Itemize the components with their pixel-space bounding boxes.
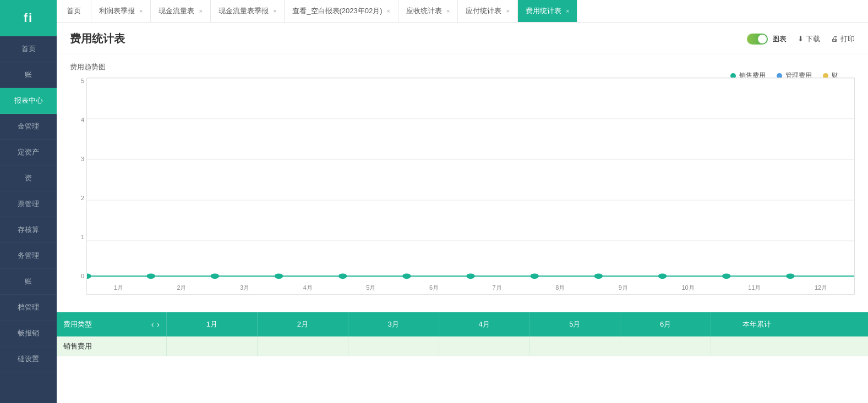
page-actions: 图表 ⬇ 下载 🖨 打印	[747, 34, 855, 45]
th-type: 费用类型 ‹ ›	[57, 312, 167, 336]
svg-point-6	[87, 273, 91, 279]
tab-bar: 首页 利润表季报 × 现金流量表 × 现金流量表季报 × 查看_空白报表(202…	[57, 0, 868, 23]
svg-point-9	[275, 273, 283, 279]
sidebar-item-invoice[interactable]: 票管理	[0, 191, 57, 217]
th-month-3: 3月	[348, 312, 439, 336]
tab-close-blank-report[interactable]: ×	[387, 8, 390, 14]
x-axis: 1月 2月 3月 4月 5月 6月 7月 8月 9月 10月 11月 12月	[87, 281, 854, 294]
tab-home[interactable]: 首页	[57, 0, 91, 22]
print-icon: 🖨	[831, 35, 838, 43]
sidebar-item-settings[interactable]: 础设置	[0, 346, 57, 372]
sidebar-item-assets[interactable]: 定资产	[0, 140, 57, 165]
sidebar-item-cash[interactable]: 金管理	[0, 114, 57, 140]
svg-point-14	[594, 273, 603, 279]
page-title: 费用统计表	[70, 31, 125, 46]
th-month-2: 2月	[258, 312, 348, 336]
svg-point-11	[402, 273, 411, 279]
td-m5	[529, 336, 620, 356]
th-month-6: 6月	[620, 312, 711, 336]
svg-point-8	[211, 273, 219, 279]
sidebar-item-expense[interactable]: 畅报销	[0, 321, 57, 346]
sidebar-item-account[interactable]: 账	[0, 269, 57, 295]
download-button[interactable]: ⬇ 下载	[798, 34, 820, 44]
tab-close-cashflow-quarterly[interactable]: ×	[273, 8, 276, 14]
sidebar-logo: fi	[0, 0, 57, 36]
chart-svg	[87, 78, 854, 281]
sidebar-item-ledger[interactable]: 账	[0, 62, 57, 88]
table-nav-next[interactable]: ›	[157, 320, 160, 329]
y-axis: 5 4 3 2 1 0	[70, 78, 86, 295]
main-area: 首页 利润表季报 × 现金流量表 × 现金流量表季报 × 查看_空白报表(202…	[57, 0, 868, 403]
table-header: 费用类型 ‹ › 1月 2月 3月 4月 5月 6月 本年累计	[57, 312, 868, 336]
tab-expense-stats[interactable]: 费用统计表 ×	[518, 0, 577, 22]
tab-receivable[interactable]: 应收统计表 ×	[398, 0, 458, 22]
tab-close-profit-quarterly[interactable]: ×	[139, 8, 143, 14]
th-month-4: 4月	[439, 312, 530, 336]
td-m1	[167, 336, 258, 356]
download-icon: ⬇	[798, 35, 804, 43]
table-section: 费用类型 ‹ › 1月 2月 3月 4月 5月 6月 本年累计	[57, 312, 868, 356]
tab-profit-quarterly[interactable]: 利润表季报 ×	[91, 0, 151, 22]
svg-point-7	[146, 273, 155, 279]
tab-close-cashflow[interactable]: ×	[199, 8, 202, 14]
tab-close-payable[interactable]: ×	[506, 8, 509, 14]
chart-toggle-label: 图表	[772, 34, 787, 44]
td-type: 销售费用	[57, 336, 167, 356]
chart-section: 费用趋势图 销售费用 管理费用 财	[57, 53, 868, 303]
chart-toggle[interactable]	[747, 34, 768, 45]
sidebar-item-payroll[interactable]: 资	[0, 165, 57, 191]
th-month-5: 5月	[529, 312, 620, 336]
td-m4	[439, 336, 530, 356]
chart-wrapper: 5 4 3 2 1 0	[70, 78, 855, 295]
tab-cashflow-quarterly[interactable]: 现金流量表季报 ×	[211, 0, 285, 22]
content-area: 费用统计表 图表 ⬇ 下载 🖨 打印	[57, 23, 868, 403]
svg-point-13	[530, 273, 538, 279]
sidebar-item-inventory[interactable]: 存核算	[0, 217, 57, 243]
svg-point-10	[339, 273, 347, 279]
td-m3	[348, 336, 439, 356]
sidebar: fi 首页 账 报表中心 金管理 定资产 资 票管理 存核算 务管理 账 档管理…	[0, 0, 57, 403]
print-button[interactable]: 🖨 打印	[831, 34, 855, 44]
chart-toggle-group: 图表	[747, 34, 787, 45]
sidebar-item-home[interactable]: 首页	[0, 36, 57, 62]
tab-close-receivable[interactable]: ×	[446, 8, 450, 14]
sidebar-item-service[interactable]: 务管理	[0, 243, 57, 269]
sidebar-item-archive[interactable]: 档管理	[0, 295, 57, 321]
page-header: 费用统计表 图表 ⬇ 下载 🖨 打印	[57, 23, 868, 53]
tab-payable[interactable]: 应付统计表 ×	[458, 0, 517, 22]
tab-blank-report[interactable]: 查看_空白报表(2023年02月) ×	[285, 0, 398, 22]
tab-cashflow[interactable]: 现金流量表 ×	[151, 0, 210, 22]
td-m6	[620, 336, 711, 356]
chart-plot: 1月 2月 3月 4月 5月 6月 7月 8月 9月 10月 11月 12月	[86, 78, 855, 295]
page-wrapper: 费用统计表 图表 ⬇ 下载 🖨 打印	[57, 23, 868, 403]
svg-point-12	[466, 273, 474, 279]
svg-point-16	[722, 273, 730, 279]
td-m2	[258, 336, 348, 356]
svg-point-15	[658, 273, 667, 279]
svg-point-17	[786, 273, 794, 279]
th-total: 本年累计	[711, 312, 802, 336]
tab-close-expense-stats[interactable]: ×	[566, 8, 569, 14]
sidebar-item-reports[interactable]: 报表中心	[0, 88, 57, 114]
table-nav-prev[interactable]: ‹	[151, 320, 154, 329]
td-total	[711, 336, 802, 356]
th-month-1: 1月	[167, 312, 258, 336]
table-row: 销售费用	[57, 336, 868, 356]
